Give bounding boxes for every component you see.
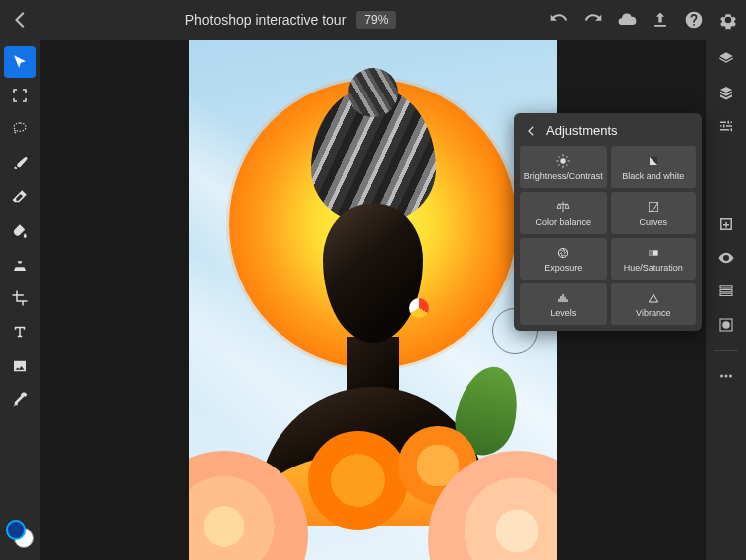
black-white-icon [646,153,661,169]
curves-icon [646,199,661,215]
svg-point-1 [722,321,730,329]
svg-point-4 [729,375,732,378]
eyedropper-tool[interactable] [4,384,36,416]
move-tool[interactable] [4,46,36,78]
compact-layers-icon[interactable] [711,277,741,306]
adjustments-panel: Adjustments Brightness/Contrast Black an… [514,113,702,331]
svg-point-3 [725,375,728,378]
color-swatch[interactable] [6,520,34,548]
more-icon[interactable] [711,361,741,391]
aperture-icon [555,245,571,261]
document-title: Photoshop interactive tour [185,12,347,28]
layers-panel-icon[interactable] [711,44,741,74]
levels-icon [555,290,571,306]
adjustments-title: Adjustments [546,123,618,138]
balance-icon [555,199,571,215]
levels-tile[interactable]: Levels [520,283,607,325]
crop-tool[interactable] [4,282,36,314]
brush-tool[interactable] [4,147,36,179]
clone-stamp-tool[interactable] [4,249,36,280]
transform-tool[interactable] [4,80,36,111]
type-tool[interactable] [4,316,36,348]
color-balance-tile[interactable]: Color balance [520,192,607,234]
back-button[interactable] [8,8,32,32]
cloud-sync-icon[interactable] [617,10,637,30]
vibrance-tile[interactable]: Vibrance [611,283,697,325]
right-rail [706,40,746,560]
svg-point-5 [561,158,566,163]
add-layer-icon[interactable] [711,209,741,239]
eraser-tool[interactable] [4,181,36,213]
svg-rect-10 [649,250,653,255]
mask-icon[interactable] [711,310,741,340]
share-icon[interactable] [651,10,670,30]
fill-tool[interactable] [4,215,36,247]
left-tool-rail [0,40,40,560]
svg-point-8 [559,248,568,257]
settings-icon[interactable] [718,10,738,30]
foreground-color[interactable] [6,520,26,540]
svg-point-2 [720,375,723,378]
svg-rect-7 [649,202,657,211]
adjustments-panel-icon[interactable] [711,111,741,141]
lasso-tool[interactable] [4,113,36,145]
brightness-contrast-tile[interactable]: Brightness/Contrast [520,146,607,188]
help-icon[interactable] [684,10,704,30]
visibility-icon[interactable] [711,243,741,273]
undo-icon[interactable] [549,10,569,30]
adjustments-back-button[interactable] [524,124,538,138]
brightness-icon [555,153,571,169]
curves-tile[interactable]: Curves [611,192,697,234]
hue-saturation-tile[interactable]: Hue/Saturation [611,238,697,280]
artwork-canvas[interactable] [189,40,557,560]
black-white-tile[interactable]: Black and white [611,146,697,188]
vibrance-icon [646,290,661,306]
place-image-tool[interactable] [4,350,36,382]
exposure-tile[interactable]: Exposure [520,238,607,280]
layer-properties-icon[interactable] [711,78,741,107]
redo-icon[interactable] [583,10,603,30]
top-bar: Photoshop interactive tour 79% [0,0,746,40]
zoom-level-badge[interactable]: 79% [356,11,396,29]
hue-icon [646,245,661,261]
